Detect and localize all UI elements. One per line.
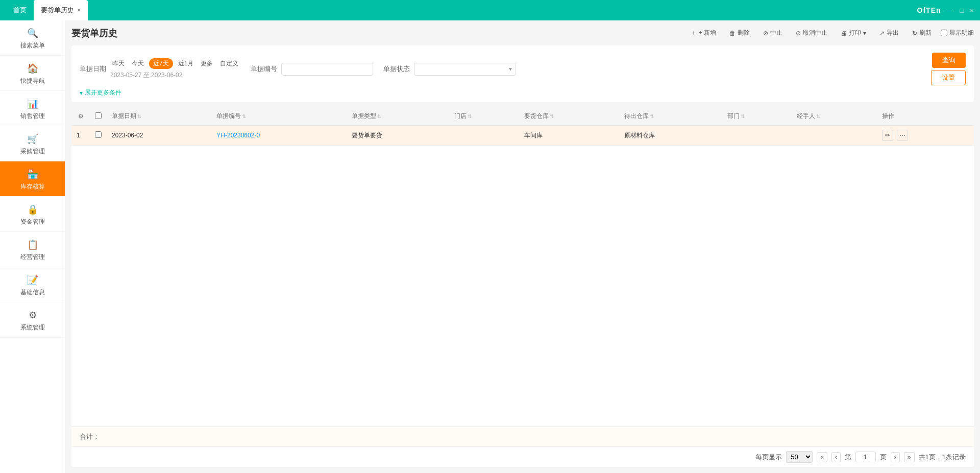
cancel-stop-icon: ⊘ [796, 30, 801, 37]
delete-label: 删除 [738, 29, 750, 37]
tab-order-history[interactable]: 要货单历史 × [34, 0, 88, 20]
top-bar-right: OfTEn — □ × [913, 6, 974, 14]
sidebar-item-basic-info[interactable]: 📝 基础信息 [0, 267, 65, 302]
first-page-btn[interactable]: « [817, 452, 827, 462]
order-no-label: 单据编号 [251, 64, 277, 74]
table-wrapper: ⚙ 单据日期 ⇅ [71, 107, 974, 467]
sidebar-item-purchase-mgmt-label: 采购管理 [20, 147, 45, 156]
filter-status: 单据状态 [383, 63, 516, 76]
export-button[interactable]: ↗ 导出 [875, 27, 903, 39]
stop-icon: ⊘ [763, 30, 768, 37]
sort-handler[interactable]: 经手人 ⇅ [797, 112, 820, 121]
delete-button[interactable]: 🗑 删除 [725, 27, 754, 39]
td-req-warehouse: 车间库 [519, 126, 620, 146]
filter-panel: 单据日期 昨天 今天 近7天 近1月 更多 自定义 2023-05-27 至 2… [71, 45, 974, 102]
sidebar-item-system-mgmt[interactable]: ⚙ 系统管理 [0, 302, 65, 338]
quick-nav-icon: 🏠 [27, 63, 38, 74]
sidebar-item-inventory[interactable]: 🏪 库存核算 [0, 161, 65, 197]
filter-row-1: 单据日期 昨天 今天 近7天 近1月 更多 自定义 2023-05-27 至 2… [80, 53, 966, 85]
query-button[interactable]: 查询 [932, 53, 966, 68]
date-btn-more[interactable]: 更多 [199, 58, 215, 69]
sort-store[interactable]: 门店 ⇅ [454, 112, 472, 121]
th-store[interactable]: 门店 ⇅ [449, 107, 519, 126]
sidebar-item-sales-mgmt[interactable]: 📊 销售管理 [0, 91, 65, 126]
sidebar-item-purchase-mgmt[interactable]: 🛒 采购管理 [0, 126, 65, 161]
tab-bar: 首页 要货单历史 × [6, 0, 913, 20]
purchase-mgmt-icon: 🛒 [27, 133, 38, 145]
sidebar-item-sales-mgmt-label: 销售管理 [20, 112, 45, 121]
order-no-input[interactable] [281, 63, 373, 76]
display-detail-checkbox[interactable] [941, 30, 947, 36]
print-button[interactable]: 🖨 打印 ▾ [837, 27, 870, 39]
op-more-btn[interactable]: ⋯ [897, 130, 908, 141]
delete-icon: 🗑 [729, 30, 736, 37]
window-minimize[interactable]: — [947, 7, 954, 14]
window-close[interactable]: × [970, 7, 974, 14]
date-btn-today[interactable]: 今天 [130, 58, 146, 69]
expand-more-btn[interactable]: ▾ 展开更多条件 [80, 88, 966, 97]
row-checkbox[interactable] [95, 131, 102, 138]
expand-down-icon: ▾ [80, 89, 83, 97]
th-department[interactable]: 部门 ⇅ [722, 107, 792, 126]
sidebar-item-quick-nav[interactable]: 🏠 快捷导航 [0, 56, 65, 91]
sort-department[interactable]: 部门 ⇅ [727, 112, 745, 121]
sort-pending-warehouse[interactable]: 待出仓库 ⇅ [624, 112, 654, 121]
per-page-select[interactable]: 50 100 200 [786, 451, 813, 463]
print-dropdown-icon: ▾ [863, 30, 866, 37]
date-btn-1month[interactable]: 近1月 [176, 58, 196, 69]
refresh-button[interactable]: ↻ 刷新 [908, 27, 936, 39]
last-page-btn[interactable]: » [904, 452, 915, 462]
order-no-link[interactable]: YH-20230602-0 [216, 132, 260, 139]
display-detail-toggle[interactable]: 显示明细 [941, 29, 974, 37]
td-checkbox [90, 126, 107, 146]
sort-order-type[interactable]: 单据类型 ⇅ [352, 112, 381, 121]
sidebar-item-finance-mgmt[interactable]: 🔒 资金管理 [0, 197, 65, 232]
sidebar-item-basic-info-label: 基础信息 [20, 288, 45, 297]
status-select[interactable] [414, 63, 516, 76]
tab-close-icon[interactable]: × [77, 0, 81, 20]
th-date[interactable]: 单据日期 ⇅ [107, 107, 211, 126]
tab-home[interactable]: 首页 [6, 0, 34, 20]
new-label: + 新增 [699, 29, 716, 37]
prev-page-btn[interactable]: ‹ [831, 452, 841, 462]
th-checkbox [90, 107, 107, 126]
cancel-stop-button[interactable]: ⊘ 取消中止 [792, 27, 831, 39]
total-info: 共1页，1条记录 [919, 453, 966, 462]
next-page-btn[interactable]: › [891, 452, 900, 462]
td-date: 2023-06-02 [107, 126, 211, 146]
date-btn-yesterday[interactable]: 昨天 [110, 58, 127, 69]
page-input[interactable] [855, 452, 876, 462]
new-button[interactable]: ＋ + 新增 [687, 27, 720, 39]
sort-req-warehouse[interactable]: 要货仓库 ⇅ [524, 112, 554, 121]
table-scroll[interactable]: ⚙ 单据日期 ⇅ [71, 107, 974, 427]
sort-date[interactable]: 单据日期 ⇅ [112, 112, 141, 121]
setting-button[interactable]: 设置 [931, 70, 966, 85]
date-btn-7days[interactable]: 近7天 [149, 58, 173, 69]
export-label: 导出 [887, 29, 899, 37]
td-handler [792, 126, 877, 146]
th-settings[interactable]: ⚙ [71, 107, 90, 126]
th-pending-warehouse[interactable]: 待出仓库 ⇅ [619, 107, 722, 126]
th-handler[interactable]: 经手人 ⇅ [792, 107, 877, 126]
page-title: 要货单历史 [71, 27, 117, 39]
select-all-checkbox[interactable] [95, 112, 102, 119]
date-btn-custom[interactable]: 自定义 [218, 58, 240, 69]
sidebar-item-search-menu-label: 搜索菜单 [20, 41, 45, 50]
op-edit-btn[interactable]: ✏ [882, 130, 893, 141]
th-req-warehouse[interactable]: 要货仓库 ⇅ [519, 107, 620, 126]
td-index: 1 [71, 126, 90, 146]
sidebar-item-operation-mgmt[interactable]: 📋 经营管理 [0, 232, 65, 267]
print-icon: 🖨 [841, 30, 847, 37]
export-icon: ↗ [879, 30, 885, 37]
page-unit: 页 [880, 453, 887, 462]
th-order-no[interactable]: 单据编号 ⇅ [211, 107, 346, 126]
th-order-type[interactable]: 单据类型 ⇅ [347, 107, 450, 126]
stop-button[interactable]: ⊘ 中止 [759, 27, 787, 39]
sidebar-item-search-menu[interactable]: 🔍 搜索菜单 [0, 20, 65, 56]
window-maximize[interactable]: □ [960, 7, 964, 14]
summary-row: 合计： [71, 427, 974, 446]
finance-mgmt-icon: 🔒 [27, 204, 38, 215]
page-label: 第 [845, 453, 851, 462]
cancel-stop-label: 取消中止 [803, 29, 827, 37]
sort-order-no[interactable]: 单据编号 ⇅ [216, 112, 246, 121]
